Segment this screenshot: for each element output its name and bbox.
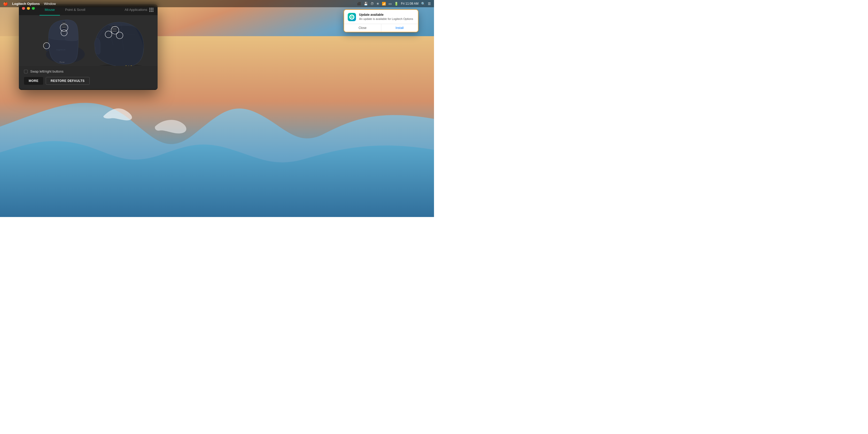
- notification-body: Update available An update is available …: [344, 10, 418, 24]
- controls-area: Swap left/right buttons MORE RESTORE DEF…: [19, 66, 158, 89]
- wifi-icon[interactable]: 📶: [382, 2, 386, 6]
- bluetooth-menu-icon[interactable]: ✳: [376, 2, 379, 6]
- battery-menu-icon: 🔋: [394, 2, 398, 6]
- spotlight-icon[interactable]: 🔍: [421, 2, 425, 6]
- grid-dot: [149, 11, 150, 12]
- logitech-icon: [350, 15, 354, 19]
- svg-rect-3: [62, 23, 66, 23]
- notification-text: Update available An update is available …: [359, 13, 414, 21]
- menu-extras-icon: ⬛: [357, 2, 361, 6]
- notification-install-button[interactable]: Install: [381, 24, 418, 32]
- grid-dot: [151, 9, 152, 10]
- airplay-icon: ▭: [389, 2, 392, 6]
- notification-icon-inner: [349, 14, 354, 20]
- grid-dot: [149, 8, 150, 9]
- menubar-window-menu[interactable]: Window: [44, 2, 56, 6]
- menubar-right: ⬛ 💾 ⏱ ✳ 📶 ▭ 🔋 Fri 11:08 AM 🔍 ☰: [357, 2, 431, 6]
- mouse-right-view: [95, 22, 147, 66]
- menubar-left: 🍎 Logitech Options Window: [3, 1, 56, 6]
- more-button[interactable]: MORE: [24, 77, 43, 85]
- notification-close-button[interactable]: Close: [344, 24, 381, 32]
- all-applications-label[interactable]: All Applications: [125, 8, 147, 11]
- swap-buttons-checkbox[interactable]: [24, 70, 28, 73]
- mouse-left-view: logitech: [43, 20, 85, 64]
- svg-rect-19: [112, 29, 116, 30]
- grid-dot: [152, 8, 153, 9]
- swap-buttons-label: Swap left/right buttons: [30, 69, 64, 73]
- svg-rect-5: [62, 26, 66, 26]
- notification-popup: Update available An update is available …: [344, 9, 418, 32]
- menubar-app-name[interactable]: Logitech Options: [12, 2, 40, 6]
- grid-dot: [149, 9, 150, 10]
- svg-text:logitech: logitech: [56, 49, 66, 51]
- notification-app-icon: [348, 13, 356, 21]
- swap-buttons-row: Swap left/right buttons: [24, 69, 152, 73]
- mouse-svg: logitech: [19, 16, 158, 66]
- hdd-icon: 💾: [364, 2, 368, 6]
- mouse-display-area: logitech: [19, 16, 158, 66]
- desktop: 🍎 Logitech Options Window ⬛ 💾 ⏱ ✳ 📶 ▭ 🔋 …: [0, 0, 434, 217]
- svg-point-11: [64, 62, 64, 63]
- svg-rect-6: [62, 27, 66, 28]
- menubar: 🍎 Logitech Options Window ⬛ 💾 ⏱ ✳ 📶 ▭ 🔋 …: [0, 0, 434, 7]
- svg-rect-20: [112, 31, 116, 32]
- notification-title: Update available: [359, 13, 414, 17]
- svg-rect-18: [112, 28, 116, 29]
- apple-menu[interactable]: 🍎: [3, 1, 8, 6]
- grid-dot: [152, 11, 153, 12]
- notification-buttons: Close Install: [344, 24, 418, 32]
- tab-right-area: All Applications: [125, 8, 158, 12]
- button-row: MORE RESTORE DEFAULTS: [24, 77, 152, 85]
- notification-description: An update is available for Logitech Opti…: [359, 17, 414, 21]
- clock-time: Fri 11:08 AM: [401, 2, 418, 5]
- grid-dot: [152, 9, 153, 10]
- footer-bar: logi Wireless Mouse MX Master: [19, 89, 158, 90]
- app-window: Mouse Point & Scroll All Applications: [19, 4, 158, 90]
- svg-point-9: [60, 62, 61, 63]
- svg-point-27: [351, 16, 352, 18]
- grid-dot: [151, 11, 152, 12]
- applications-grid-icon[interactable]: [149, 8, 153, 12]
- notification-center-icon[interactable]: ☰: [428, 2, 431, 6]
- restore-defaults-button[interactable]: RESTORE DEFAULTS: [46, 77, 90, 85]
- grid-dot: [151, 8, 152, 9]
- clock-icon: ⏱: [370, 2, 374, 6]
- svg-point-10: [62, 62, 63, 63]
